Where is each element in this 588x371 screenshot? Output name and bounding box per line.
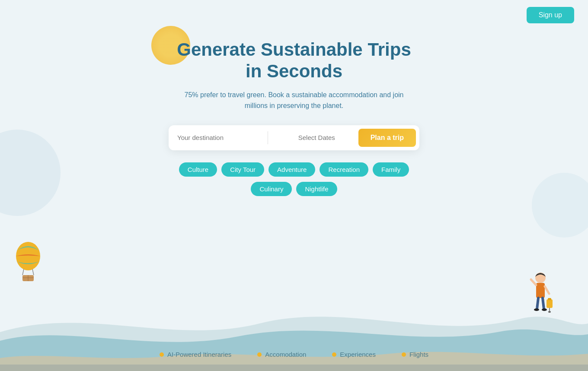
dates-input[interactable] [275,134,358,141]
svg-line-3 [32,269,34,275]
tag-button[interactable]: Culinary [251,182,292,196]
svg-line-12 [543,298,544,309]
tags-row-1: CultureCity TourAdventureRecreationFamil… [179,162,409,177]
bottom-footer: AI-Powered ItinerariesAccomodationExperi… [0,351,588,358]
destination-input[interactable] [177,134,261,141]
footer-item: Flights [402,351,428,358]
svg-point-18 [548,311,551,313]
svg-rect-16 [548,298,551,300]
search-divider [268,131,268,144]
tag-button[interactable]: Culture [179,162,217,177]
svg-point-13 [534,308,539,311]
hot-air-balloon [13,240,43,285]
footer-label: Accomodation [265,351,306,358]
svg-rect-0 [0,365,588,371]
svg-point-14 [542,308,547,311]
search-box: Plan a trip [169,125,419,150]
hero-subtitle: 75% prefer to travel green. Book a susta… [182,89,406,111]
hero-title: Generate Sustainable Trips in Seconds [177,39,411,82]
footer-label: Experiences [340,351,376,358]
tag-button[interactable]: City Tour [221,162,264,177]
footer-item: Experiences [332,351,376,358]
footer-item: Accomodation [257,351,306,358]
footer-label: AI-Powered Itineraries [167,351,231,358]
footer-dot [332,352,336,357]
tag-button[interactable]: Adventure [268,162,315,177]
header: Sign up [0,0,588,30]
footer-item: AI-Powered Itineraries [160,351,231,358]
svg-point-1 [16,242,40,270]
signup-button[interactable]: Sign up [527,7,574,23]
svg-line-2 [22,269,24,275]
plan-trip-button[interactable]: Plan a trip [358,129,416,147]
tags-row-2: CulinaryNightlife [251,182,337,196]
traveler-figure [527,270,553,328]
svg-rect-8 [536,283,545,298]
svg-line-9 [531,279,536,285]
footer-dot [160,352,164,357]
footer-dot [402,352,406,357]
footer-dot [257,352,262,357]
svg-line-11 [537,298,538,309]
svg-line-10 [545,286,549,294]
tag-button[interactable]: Family [373,162,409,177]
footer-label: Flights [409,351,428,358]
tag-button[interactable]: Recreation [320,162,368,177]
svg-rect-15 [546,299,553,308]
main-content: Generate Sustainable Trips in Seconds 75… [0,30,588,196]
tag-button[interactable]: Nightlife [296,182,337,196]
